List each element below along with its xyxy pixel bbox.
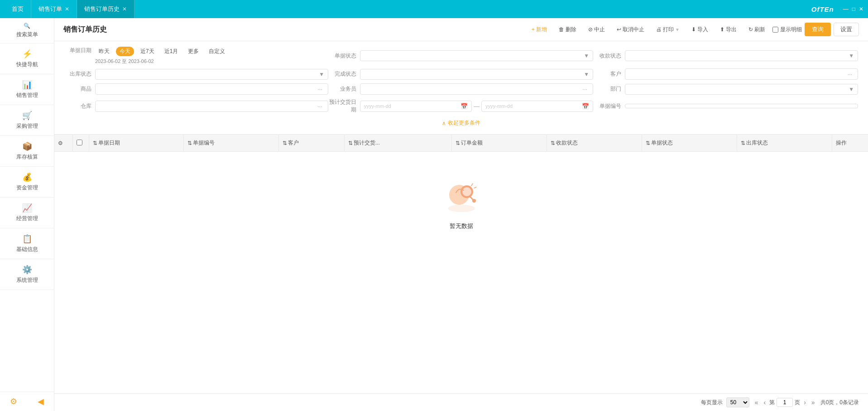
svg-line-4 [470, 196, 473, 200]
bill-no-label: 单据编号 [593, 102, 625, 110]
show-detail-checkbox[interactable] [772, 27, 778, 33]
prev-page-btn[interactable]: ‹ [762, 399, 768, 406]
last-page-btn[interactable]: » [810, 399, 817, 406]
warehouse-label: 仓库 [63, 102, 95, 110]
sidebar-settings-icon[interactable]: ⚙ [10, 396, 17, 406]
cancel-stop-btn[interactable]: ↩ 取消中止 [612, 24, 649, 35]
page-input[interactable] [777, 398, 793, 407]
date-custom-btn[interactable]: 自定义 [205, 47, 229, 56]
expected-date-start-value: yyyy-mm-dd [364, 103, 460, 109]
date-today-btn[interactable]: 今天 [116, 47, 134, 56]
purchase-mgmt-icon: 🛒 [22, 111, 32, 121]
page-header: 销售订单历史 + 新增 🗑 删除 ⊘ 中止 ↩ 取消中止 🖨 打印 [54, 18, 868, 41]
sidebar-item-purchase-mgmt-label: 采购管理 [16, 122, 38, 130]
date-7days-btn[interactable]: 近7天 [137, 47, 158, 56]
print-btn[interactable]: 🖨 打印 ▼ [652, 24, 684, 35]
payment-status-select[interactable]: ▼ [625, 50, 858, 61]
customer-dots-btn[interactable]: ··· [845, 71, 854, 77]
sidebar-item-base-info-label: 基础信息 [16, 246, 38, 253]
filter-row-4: 仓库 ··· 预计交货日期 yyyy-mm-dd 📅 — [63, 98, 859, 114]
out-status-label: 出库状态 [63, 70, 95, 78]
page-size-select[interactable]: 50 10 20 100 [726, 397, 749, 407]
tab-home[interactable]: 首页 [5, 0, 31, 18]
import-icon: ⬇ [691, 26, 696, 33]
th-customer[interactable]: ⇅ 客户 [279, 135, 344, 152]
sidebar-item-base-info[interactable]: 📋 基础信息 [0, 228, 54, 259]
delete-btn[interactable]: 🗑 删除 [554, 24, 581, 35]
tab-sales-history-close[interactable]: ✕ [122, 6, 127, 12]
date-range-display: 2023-06-02 至 2023-06-02 [95, 58, 229, 65]
customer-label: 客户 [593, 70, 625, 78]
th-payment-status[interactable]: ⇅ 收款状态 [547, 135, 642, 152]
sidebar-collapse-icon[interactable]: ◀ [38, 396, 44, 406]
th-expected-date[interactable]: ⇅ 预计交货... [344, 135, 451, 152]
page-size-label: 每页显示 [701, 399, 723, 406]
sidebar-search-label: 搜索菜单 [16, 31, 38, 39]
calendar-start-icon[interactable]: 📅 [460, 103, 468, 110]
salesperson-dots-btn[interactable]: ··· [580, 86, 589, 92]
new-btn[interactable]: + 新增 [527, 24, 551, 35]
complete-status-select[interactable]: ▼ [360, 69, 593, 80]
show-detail-checkbox-label[interactable]: 显示明细 [772, 26, 802, 34]
th-checkbox[interactable] [72, 135, 89, 152]
export-btn[interactable]: ⬆ 导出 [715, 24, 741, 35]
sidebar-item-operations[interactable]: 📈 经营管理 [0, 198, 54, 228]
import-btn[interactable]: ⬇ 导入 [687, 24, 713, 35]
date-yesterday-btn[interactable]: 昨天 [95, 47, 113, 56]
date-more-btn[interactable]: 更多 [184, 47, 202, 56]
th-order-amount[interactable]: ⇅ 订单金额 [451, 135, 547, 152]
th-bill-status[interactable]: ⇅ 单据状态 [642, 135, 737, 152]
tab-sales-order-close[interactable]: ✕ [65, 6, 69, 12]
th-settings[interactable]: ⚙ [54, 135, 72, 152]
base-info-icon: 📋 [22, 234, 32, 244]
bill-status-select[interactable]: ▼ [360, 50, 593, 61]
sidebar-item-sales-mgmt-label: 销售管理 [16, 92, 38, 99]
settings-btn[interactable]: 设置 [834, 23, 859, 36]
table-footer: 每页显示 50 10 20 100 « ‹ 第 页 › » 共0页，0条记录 [54, 393, 868, 411]
date-1month-btn[interactable]: 近1月 [161, 47, 182, 56]
sidebar-item-purchase-mgmt[interactable]: 🛒 采购管理 [0, 105, 54, 136]
table-settings-icon[interactable]: ⚙ [58, 140, 63, 146]
goods-dots-btn[interactable]: ··· [316, 86, 324, 92]
print-icon: 🖨 [656, 26, 662, 33]
sidebar-item-finance[interactable]: 💰 资金管理 [0, 167, 54, 198]
cancel-stop-icon: ↩ [617, 26, 621, 33]
calendar-end-icon[interactable]: 📅 [582, 103, 589, 110]
minimize-btn[interactable]: — [843, 6, 849, 12]
warehouse-dots-btn[interactable]: ··· [316, 103, 324, 110]
th-out-status[interactable]: ⇅ 出库状态 [737, 135, 832, 152]
collapse-row: ∧ 收起更多条件 [63, 117, 859, 129]
quick-nav-icon: ⚡ [22, 49, 32, 59]
date-filter-label: 单据日期 [63, 47, 95, 54]
payment-status-arrow: ▼ [849, 53, 854, 59]
expected-date-label: 预计交货日期 [328, 98, 360, 114]
dept-select[interactable]: ▼ [625, 84, 858, 95]
th-action: 操作 [832, 135, 868, 152]
select-all-checkbox[interactable] [77, 140, 82, 145]
th-bill-date[interactable]: ⇅ 单据日期 [89, 135, 184, 152]
bill-status-arrow: ▼ [584, 53, 589, 59]
th-bill-no[interactable]: ⇅ 单据编号 [184, 135, 279, 152]
collapse-up-icon: ∧ [442, 120, 446, 126]
first-page-btn[interactable]: « [753, 399, 760, 406]
collapse-btn[interactable]: ∧ 收起更多条件 [442, 117, 480, 129]
sidebar-item-sales-mgmt[interactable]: 📊 销售管理 [0, 74, 54, 105]
salesperson-label: 业务员 [328, 85, 360, 93]
top-bar-right: OfTEn — □ ✕ [811, 5, 863, 13]
close-btn[interactable]: ✕ [859, 6, 863, 12]
sidebar-item-quick-nav[interactable]: ⚡ 快捷导航 [0, 44, 54, 74]
sidebar-item-sys-mgmt[interactable]: ⚙️ 系统管理 [0, 259, 54, 290]
next-page-btn[interactable]: › [802, 399, 808, 406]
query-btn[interactable]: 查询 [805, 23, 831, 36]
sidebar-search[interactable]: 🔍 搜索菜单 [0, 18, 54, 44]
tab-sales-history[interactable]: 销售订单历史 ✕ [77, 0, 134, 18]
stop-btn[interactable]: ⊘ 中止 [584, 24, 609, 35]
refresh-btn[interactable]: ↻ 刷新 [744, 24, 770, 35]
sidebar-item-inventory[interactable]: 📦 库存核算 [0, 136, 54, 167]
out-status-select[interactable]: ▼ [95, 69, 328, 80]
print-arrow-icon: ▼ [675, 27, 680, 32]
tab-home-label: 首页 [12, 5, 24, 13]
tab-sales-order[interactable]: 销售订单 ✕ [31, 0, 77, 18]
maximize-btn[interactable]: □ [852, 6, 855, 12]
bill-status-label: 单据状态 [328, 52, 360, 60]
